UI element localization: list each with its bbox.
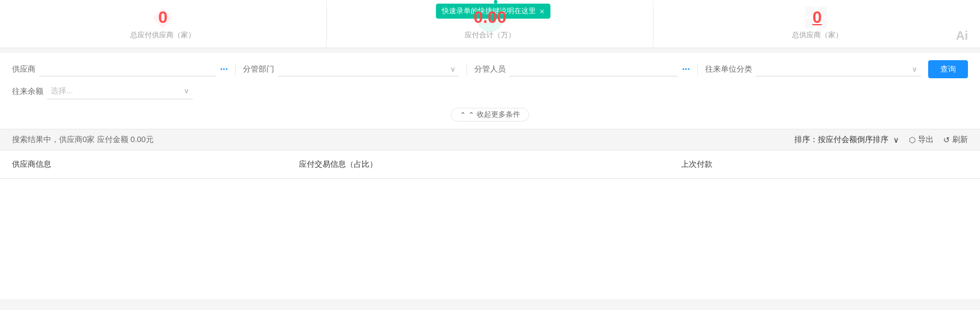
collapse-button[interactable]: ⌃ ⌃ 收起更多条件 (451, 108, 529, 122)
collapse-label: 收起更多条件 (477, 110, 520, 120)
export-label: 导出 (918, 134, 934, 145)
tooltip-close-btn[interactable]: × (539, 7, 544, 16)
filter-section: 供应商 ··· 分管部门 ∨ 分管人员 ··· 往来单位分类 ∨ (0, 53, 980, 129)
supplier-input[interactable] (39, 62, 216, 76)
divider-3 (697, 63, 698, 75)
refresh-button[interactable]: ↺ 刷新 (943, 134, 968, 145)
manager-dots-btn[interactable]: ··· (682, 64, 689, 75)
shortcut-tooltip: 快速录单的快捷键说明在这里 × (488, 0, 498, 5)
col-header-lastpay: 上次付款 (681, 159, 968, 170)
export-button[interactable]: ⬡ 导出 (909, 134, 934, 145)
manager-label: 分管人员 (474, 64, 506, 75)
stat-payable-total: ¥ 0.00 应付合计（万） 快速录单的快捷键说明在这里 × (327, 0, 654, 48)
department-label: 分管部门 (243, 64, 274, 75)
department-chevron-icon: ∨ (450, 65, 456, 73)
divider-1 (235, 63, 236, 75)
results-info: 搜索结果中，供应商0家 应付金额 0.00元 (12, 134, 154, 145)
balance-chevron-icon: ∨ (184, 87, 189, 95)
col-header-transaction: 应付交易信息（占比） (299, 159, 681, 170)
stat-total-suppliers: 0 总供应商（家） Ai (654, 0, 980, 48)
ai-label: Ai (956, 29, 968, 43)
results-actions: 排序：按应付会额倒序排序 ∨ ⬡ 导出 ↺ 刷新 (794, 134, 968, 145)
refresh-label: 刷新 (952, 134, 968, 145)
supplier-dots-btn[interactable]: ··· (220, 64, 228, 75)
total-suppliers-value: 0 (812, 7, 822, 28)
filter-manager: 分管人员 ··· (474, 62, 690, 76)
unit-class-select[interactable]: ∨ (756, 63, 921, 76)
payable-total-label: 应付合计（万） (465, 30, 515, 40)
collapse-up-icon: ⌃ ⌃ (460, 111, 474, 119)
filter-department: 分管部门 ∨ (243, 63, 459, 76)
search-button[interactable]: 查询 (928, 60, 968, 78)
filter-supplier: 供应商 ··· (12, 62, 228, 76)
sort-select[interactable]: 排序：按应付会额倒序排序 ∨ (794, 134, 899, 145)
filter-unit-class: 往来单位分类 ∨ (705, 63, 921, 76)
divider-2 (466, 63, 467, 75)
col-header-supplier: 供应商信息 (12, 159, 299, 170)
results-bar: 搜索结果中，供应商0家 应付金额 0.00元 排序：按应付会额倒序排序 ∨ ⬡ … (0, 129, 980, 150)
supplier-label: 供应商 (12, 64, 36, 75)
collapse-row: ⌃ ⌃ 收起更多条件 (12, 104, 968, 124)
balance-placeholder: 选择... (51, 85, 184, 96)
diamond-icon: ◆ (149, 5, 176, 31)
sort-label: 排序：按应付会额倒序排序 (794, 134, 888, 145)
svg-text:◆: ◆ (160, 14, 166, 22)
total-suppliers-label: 总供应商（家） (792, 30, 843, 40)
top-stats-bar: ◆ 0 总应付供应商（家） ¥ 0.00 应付合计（万） 快速录单的快捷键说明在… (0, 0, 980, 48)
payable-total-value: 0.00 (474, 7, 507, 28)
department-select[interactable]: ∨ (278, 63, 459, 76)
filter-row-2: 往来余额 选择... ∨ (12, 83, 968, 99)
stat-payable-suppliers: ◆ 0 总应付供应商（家） (0, 0, 327, 48)
balance-label: 往来余额 (12, 86, 43, 97)
unit-class-label: 往来单位分类 (705, 64, 752, 75)
manager-input[interactable] (509, 62, 679, 76)
filter-balance: 往来余额 选择... ∨ (12, 83, 193, 99)
payable-suppliers-label: 总应付供应商（家） (130, 30, 195, 40)
sort-chevron-icon: ∨ (893, 135, 899, 144)
refresh-icon: ↺ (943, 135, 950, 144)
unit-class-chevron-icon: ∨ (912, 65, 917, 73)
table-body (0, 179, 980, 299)
table-header: 供应商信息 应付交易信息（占比） 上次付款 (0, 150, 980, 179)
filter-row-1: 供应商 ··· 分管部门 ∨ 分管人员 ··· 往来单位分类 ∨ (12, 60, 968, 78)
balance-select[interactable]: 选择... ∨ (47, 83, 193, 99)
export-icon: ⬡ (909, 135, 916, 144)
